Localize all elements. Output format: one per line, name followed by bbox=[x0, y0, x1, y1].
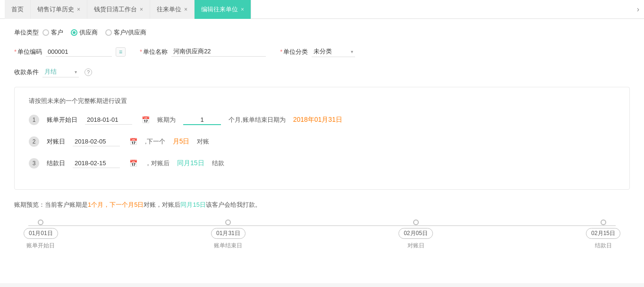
timeline-point-3: 02月15日 结款日 bbox=[586, 219, 620, 250]
timeline-dot-0 bbox=[38, 219, 43, 225]
payment-terms-label: 收款条件 bbox=[14, 68, 39, 76]
unit-category-dropdown[interactable]: 未分类 ▾ bbox=[312, 46, 355, 57]
radio-group-unit-type: 客户 供应商 客户/供应商 bbox=[42, 28, 146, 37]
step-row-2: 2 对账日 2018-02-05 📅 ,下一个月5日对账 bbox=[29, 136, 615, 147]
timeline-point-2: 02月05日 对账日 bbox=[398, 219, 433, 250]
preview-middle: 对账，对账后 bbox=[144, 201, 180, 208]
tab-partner-units-close[interactable]: × bbox=[184, 6, 187, 13]
tab-edit-partner-units[interactable]: 编辑往来单位 × bbox=[195, 0, 251, 19]
unit-code-input[interactable] bbox=[46, 47, 112, 57]
tab-cashier-workbench[interactable]: 钱货日清工作台 × bbox=[87, 0, 150, 19]
tab-partner-units[interactable]: 往来单位 × bbox=[150, 0, 195, 19]
tab-sales-history-close[interactable]: × bbox=[77, 6, 80, 13]
preview-part3: 同月15日 bbox=[180, 201, 205, 208]
timeline-point-0: 01月01日 账单开始日 bbox=[24, 219, 58, 250]
tab-partner-units-label: 往来单位 bbox=[157, 5, 181, 14]
preview-prefix: 账期预览：当前客户账期是 bbox=[14, 201, 88, 208]
step-period-label: 账期为 bbox=[157, 116, 176, 124]
timeline-wrap: 01月01日 账单开始日 01月31日 账单结束日 02月05日 对账日 02月… bbox=[14, 219, 630, 250]
tab-home[interactable]: 首页 bbox=[5, 0, 31, 19]
unit-info-row: *单位编码 ≡ *单位名称 *单位分类 未分类 ▾ bbox=[14, 46, 630, 57]
timeline-badge-1: 01月31日 bbox=[211, 228, 246, 239]
timeline-points: 01月01日 账单开始日 01月31日 账单结束日 02月05日 对账日 02月… bbox=[24, 219, 620, 250]
tab-cashier-workbench-label: 钱货日清工作台 bbox=[94, 5, 137, 14]
calendar-icon-1[interactable]: 📅 bbox=[142, 116, 150, 124]
unit-type-group: 单位类型 客户 供应商 客户/供应商 bbox=[14, 28, 146, 37]
unit-name-group: *单位名称 bbox=[140, 47, 266, 57]
main-content: 单位类型 客户 供应商 客户/供应商 *单位编码 bbox=[0, 19, 644, 283]
radio-customer-label: 客户 bbox=[51, 28, 63, 37]
tabs-bar: 首页 销售订单历史 × 钱货日清工作台 × 往来单位 × 编辑往来单位 × › bbox=[0, 0, 644, 19]
unit-code-label: *单位编码 bbox=[14, 48, 42, 56]
step-num-2: 2 bbox=[29, 136, 39, 147]
tab-sales-history-label: 销售订单历史 bbox=[37, 5, 74, 14]
step-label-2: 对账日 bbox=[47, 137, 65, 146]
step-label-1: 账单开始日 bbox=[47, 116, 77, 124]
radio-supplier-circle bbox=[71, 29, 77, 36]
step-period-unit: 个月,账单结束日期为 bbox=[229, 116, 286, 124]
unit-category-group: *单位分类 未分类 ▾ bbox=[280, 46, 355, 57]
timeline-sublabel-3: 结款日 bbox=[595, 242, 612, 250]
payment-terms-group: 收款条件 月结 ▾ ? bbox=[14, 67, 92, 77]
unit-category-arrow: ▾ bbox=[351, 49, 353, 54]
step-row-3: 3 结款日 2018-02-15 📅 ，对账后同月15日结款 bbox=[29, 158, 615, 169]
payment-terms-help-icon[interactable]: ? bbox=[85, 68, 92, 76]
timeline-dot-3 bbox=[601, 219, 606, 225]
step-date-1: 2018-01-01 bbox=[85, 115, 132, 125]
radio-supplier[interactable]: 供应商 bbox=[71, 28, 98, 37]
timeline-dot-2 bbox=[413, 219, 419, 225]
period-value-input[interactable] bbox=[183, 115, 221, 125]
unit-type-row: 单位类型 客户 供应商 客户/供应商 bbox=[14, 28, 630, 37]
calendar-icon-2[interactable]: 📅 bbox=[129, 138, 137, 145]
step-label-3: 结款日 bbox=[47, 159, 65, 168]
timeline-sublabel-1: 账单结束日 bbox=[214, 242, 242, 250]
step-row-1: 1 账单开始日 2018-01-01 📅 账期为 个月,账单结束日期为 2018… bbox=[29, 115, 615, 125]
radio-both-label: 客户/供应商 bbox=[114, 28, 146, 37]
step-desc-2-prefix: ,下一个 bbox=[145, 137, 165, 146]
radio-both[interactable]: 客户/供应商 bbox=[105, 28, 146, 37]
tab-edit-partner-units-label: 编辑往来单位 bbox=[201, 5, 238, 14]
timeline-point-1: 01月31日 账单结束日 bbox=[211, 219, 246, 250]
radio-customer-circle bbox=[42, 29, 49, 36]
timeline-badge-2: 02月05日 bbox=[398, 228, 433, 239]
step-desc-2-suffix: 对账 bbox=[197, 137, 209, 146]
unit-category-label: *单位分类 bbox=[280, 48, 308, 56]
tab-sales-history[interactable]: 销售订单历史 × bbox=[31, 0, 87, 19]
tabs-expand-button[interactable]: › bbox=[632, 5, 644, 14]
unit-category-value: 未分类 bbox=[314, 47, 332, 56]
card-hint: 请按照未来的一个完整帐期进行设置 bbox=[29, 97, 615, 105]
step-num-1: 1 bbox=[29, 115, 39, 125]
payment-terms-arrow: ▾ bbox=[75, 69, 77, 75]
payment-terms-row: 收款条件 月结 ▾ ? bbox=[14, 67, 630, 77]
timeline-sublabel-2: 对账日 bbox=[407, 242, 424, 250]
step-desc-3-highlight: 同月15日 bbox=[177, 159, 204, 168]
tab-cashier-workbench-close[interactable]: × bbox=[140, 6, 143, 13]
unit-code-lookup-icon[interactable]: ≡ bbox=[116, 47, 126, 57]
step-num-3: 3 bbox=[29, 158, 39, 169]
timeline-sublabel-0: 账单开始日 bbox=[26, 242, 55, 250]
step-date-3: 2018-02-15 bbox=[73, 159, 120, 168]
preview-part2: 下一个月5日 bbox=[110, 201, 144, 208]
tab-edit-partner-units-close[interactable]: × bbox=[241, 6, 244, 13]
radio-supplier-label: 供应商 bbox=[79, 28, 98, 37]
unit-name-star: * bbox=[140, 48, 142, 55]
timeline-badge-3: 02月15日 bbox=[586, 228, 620, 239]
unit-name-input[interactable] bbox=[171, 47, 266, 57]
step-desc-3-suffix: 结款 bbox=[212, 159, 224, 168]
preview-text: 账期预览：当前客户账期是1个月，下一个月5日对账，对账后同月15日该客户会给我打… bbox=[14, 199, 630, 210]
payment-terms-value: 月结 bbox=[44, 68, 73, 76]
step-date-2: 2018-02-05 bbox=[73, 137, 120, 146]
accounting-period-card: 请按照未来的一个完整帐期进行设置 1 账单开始日 2018-01-01 📅 账期… bbox=[14, 87, 630, 190]
step-period-end: 2018年01月31日 bbox=[293, 116, 342, 124]
step-desc-2-highlight: 月5日 bbox=[173, 137, 190, 146]
radio-customer[interactable]: 客户 bbox=[42, 28, 63, 37]
unit-name-label: *单位名称 bbox=[140, 48, 168, 56]
radio-both-circle bbox=[105, 29, 112, 36]
preview-suffix: 该客户会给我打款。 bbox=[206, 201, 261, 208]
calendar-icon-3[interactable]: 📅 bbox=[129, 160, 137, 167]
unit-category-star: * bbox=[280, 48, 282, 55]
payment-terms-dropdown[interactable]: 月结 ▾ bbox=[42, 67, 79, 77]
timeline-dot-1 bbox=[225, 219, 231, 225]
step-desc-3-prefix: ，对账后 bbox=[145, 159, 169, 168]
preview-part1: 1个月， bbox=[88, 201, 110, 208]
